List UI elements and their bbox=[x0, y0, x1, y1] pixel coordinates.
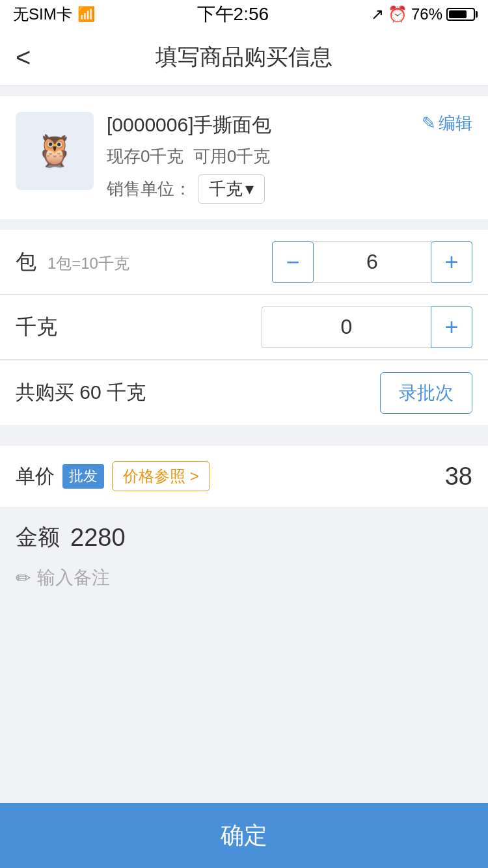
page-title: 填写商品购买信息 bbox=[156, 42, 332, 72]
status-bar: 无SIM卡 📶 下午2:56 ↗ ⏰ 76% bbox=[0, 0, 488, 29]
battery-icon bbox=[446, 8, 475, 21]
price-left: 单价 批发 价格参照 > bbox=[16, 461, 210, 491]
nav-bar: < 填写商品购买信息 bbox=[0, 29, 488, 86]
alarm-icon: ⏰ bbox=[388, 5, 407, 23]
status-right: ↗ ⏰ 76% bbox=[371, 5, 475, 23]
edit-button[interactable]: ✎ 编辑 bbox=[422, 112, 472, 135]
battery-percent: 76% bbox=[411, 5, 442, 23]
divider-1 bbox=[0, 219, 488, 230]
bao-increment-button[interactable]: + bbox=[431, 241, 472, 283]
status-left: 无SIM卡 📶 bbox=[13, 4, 95, 25]
product-image: 🦉 bbox=[16, 112, 94, 190]
wifi-icon: 📶 bbox=[77, 6, 95, 23]
qianke-label: 千克 bbox=[16, 313, 262, 342]
unit-select[interactable]: 千克 ▾ bbox=[198, 174, 265, 204]
price-label: 单价 bbox=[16, 463, 55, 490]
input-section: 包 1包=10千克 − + 千克 + 共购买 60 千克 录批次 bbox=[0, 230, 488, 425]
bao-input[interactable] bbox=[314, 241, 431, 283]
bao-label: 包 1包=10千克 bbox=[16, 248, 272, 277]
bao-decrement-button[interactable]: − bbox=[272, 241, 314, 283]
qianke-input[interactable] bbox=[262, 306, 431, 348]
summary-text: 共购买 60 千克 bbox=[16, 379, 146, 406]
chevron-down-icon: ▾ bbox=[245, 179, 254, 199]
back-button[interactable]: < bbox=[16, 44, 31, 70]
confirm-button[interactable]: 确定 bbox=[0, 803, 488, 868]
note-row[interactable]: ✏ 输入备注 bbox=[16, 565, 472, 590]
bao-stepper: − + bbox=[272, 241, 472, 283]
record-batch-button[interactable]: 录批次 bbox=[380, 372, 472, 414]
batch-tag: 批发 bbox=[62, 464, 104, 489]
divider-2 bbox=[0, 425, 488, 435]
status-time: 下午2:56 bbox=[197, 2, 269, 27]
qianke-stepper: + bbox=[262, 306, 472, 348]
price-ref-button[interactable]: 价格参照 > bbox=[112, 461, 210, 491]
note-placeholder: 输入备注 bbox=[37, 565, 110, 590]
pencil-icon: ✏ bbox=[16, 567, 31, 589]
location-icon: ↗ bbox=[371, 5, 384, 23]
amount-section: 金额 2280 ✏ 输入备注 bbox=[0, 507, 488, 637]
price-value: 38 bbox=[445, 463, 472, 491]
bao-hint: 1包=10千克 bbox=[47, 254, 129, 272]
product-name: [0000006]手撕面包 bbox=[107, 112, 472, 139]
unit-label: 销售单位： bbox=[107, 178, 191, 200]
amount-value: 2280 bbox=[70, 524, 126, 552]
price-section: 单价 批发 价格参照 > 38 bbox=[0, 446, 488, 507]
amount-label: 金额 bbox=[16, 522, 60, 552]
product-thumbnail: 🦉 bbox=[35, 133, 74, 169]
amount-row: 金额 2280 bbox=[16, 522, 472, 552]
edit-icon: ✎ bbox=[422, 113, 436, 133]
product-details: [0000006]手撕面包 现存0千克 可用0千克 销售单位： 千克 ▾ bbox=[107, 112, 472, 204]
bao-input-row: 包 1包=10千克 − + bbox=[0, 230, 488, 295]
qianke-increment-button[interactable]: + bbox=[431, 306, 472, 348]
summary-section: 共购买 60 千克 录批次 bbox=[0, 360, 488, 425]
bottom-spacer bbox=[0, 637, 488, 702]
carrier-text: 无SIM卡 bbox=[13, 4, 72, 25]
qianke-input-row: 千克 + bbox=[0, 295, 488, 360]
product-card: 🦉 [0000006]手撕面包 现存0千克 可用0千克 销售单位： 千克 ▾ ✎… bbox=[0, 96, 488, 219]
product-unit-row: 销售单位： 千克 ▾ bbox=[107, 174, 472, 204]
product-stock: 现存0千克 可用0千克 bbox=[107, 145, 472, 168]
